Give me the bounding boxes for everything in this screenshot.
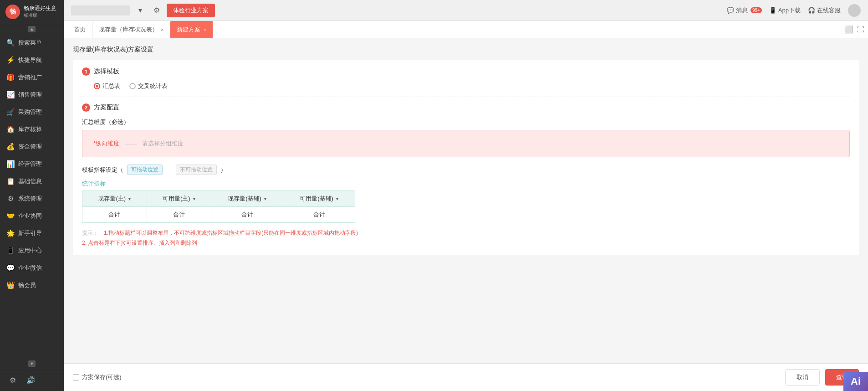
sidebar-scroll-top: ▲ [0,24,64,34]
tab-inventory-status[interactable]: 现存量（库存状况表） × [92,21,170,38]
save-option[interactable]: 方案保存(可选) [73,373,122,381]
sidebar-item-guide[interactable]: 🌟 新手引导 [0,225,64,242]
tab-new-scheme[interactable]: 新建方案 × [170,21,213,38]
col-2-dropdown-icon[interactable]: ▾ [264,196,266,201]
sidebar-item-quick-nav[interactable]: ⚡ 快捷导航 [0,51,64,69]
page-title: 现存量(库存状况表)方案设置 [73,46,859,54]
sidebar-item-app-center-label: 应用中心 [18,247,42,255]
col-2-label: 现存量(基辅) [228,195,261,203]
sidebar-item-member[interactable]: 👑 畅会员 [0,277,64,294]
tab-inventory-status-label: 现存量（库存状况表） [99,26,158,34]
customer-service-label: 在线客服 [817,6,841,15]
tab-new-scheme-close[interactable]: × [203,27,206,32]
radio-summary[interactable] [94,83,100,89]
tabs-right-actions: ⬜ ⛶ [844,25,864,34]
logo-text-wrap: 畅康通好生意 标准版 [24,5,56,19]
mobile-icon: 📱 [6,247,15,255]
sidebar-item-operation[interactable]: 📊 经营管理 [0,155,64,173]
cancel-button[interactable]: 取消 [785,369,820,386]
tabs-bar: 首页 现存量（库存状况表） × 新建方案 × ⬜ ⛶ [64,21,868,38]
handshake-icon: 🤝 [6,212,15,220]
tip-text-1: 2. 点击标题栏下拉可设置排序、插入列和删除列 [82,240,197,246]
dimension-area: *纵向维度 —— 请选择分组维度 [82,130,850,157]
lightning-icon: ⚡ [6,56,15,64]
step-divider-1 [82,97,850,97]
step1-title: 选择模板 [94,67,119,76]
topbar-search-input[interactable] [71,5,130,15]
search-icon: 🔍 [6,39,15,47]
sidebar-item-operation-label: 经营管理 [18,160,42,168]
sidebar-item-purchase[interactable]: 🛒 采购管理 [0,103,64,121]
sidebar-item-app-center[interactable]: 📱 应用中心 [0,242,64,259]
template-option-summary[interactable]: 汇总表 [94,82,120,90]
money-icon: 💰 [6,143,15,151]
vertical-dimension-label: *纵向维度 [93,139,119,148]
step1-header: 1 选择模板 [82,67,850,76]
sidebar-item-enterprise-wechat[interactable]: 💬 企业微信 [0,259,64,277]
col-3-dropdown-icon[interactable]: ▾ [336,196,338,201]
cell-1: 合计 [147,207,211,223]
sidebar-item-sales[interactable]: 📈 销售管理 [0,86,64,103]
app-download-item[interactable]: 📱 App下载 [769,6,801,15]
sidebar-settings-button[interactable]: ⚙ [6,374,19,386]
crown-icon: 👑 [6,281,15,289]
col-0-label: 现存量(主) [98,195,126,203]
col-header-1: 可用量(主) ▾ [147,191,211,207]
experience-industry-button[interactable]: 体验行业方案 [167,4,215,17]
topbar-gear-button[interactable]: ⚙ [150,4,163,17]
topbar-dropdown-button[interactable]: ▾ [134,4,147,17]
sidebar-item-purchase-label: 采购管理 [18,108,42,116]
gear-icon: ⚙ [6,195,15,203]
cell-3: 合计 [283,207,355,223]
scroll-down-button[interactable]: ▼ [28,360,36,367]
settings-card: 1 选择模板 汇总表 交叉统计表 2 方案配置 汇总维度（必选） [73,60,859,255]
sidebar-sound-button[interactable]: 🔊 [25,374,37,386]
template-option-cross[interactable]: 交叉统计表 [129,82,168,90]
user-avatar[interactable] [848,4,861,17]
sidebar-item-member-label: 畅会员 [18,281,36,289]
cell-2: 合计 [211,207,283,223]
ai-badge[interactable]: Ai [843,372,868,391]
sidebar-item-marketing[interactable]: 🎁 营销推广 [0,69,64,86]
dimension-separator: —— [125,140,137,147]
template-cross-label: 交叉统计表 [138,82,168,90]
non-draggable-chip: 不可拖动位置 [176,165,217,175]
tip-text-0: 1.拖动标题栏可以调整布局，不可跨维度或指标区域拖动栏目字段(只能在同一维度或指… [104,230,358,236]
sidebar-item-search[interactable]: 🔍 搜索菜单 [0,34,64,51]
dimension-placeholder[interactable]: 请选择分组维度 [142,139,184,148]
sidebar-scroll-bottom: ▼ [0,359,64,369]
radio-cross[interactable] [129,83,136,89]
sidebar-item-guide-label: 新手引导 [18,229,42,237]
step2-title: 方案配置 [94,103,119,112]
sidebar-item-finance[interactable]: 💰 资金管理 [0,138,64,155]
sidebar-item-basic-info[interactable]: 📋 基础信息 [0,173,64,190]
topbar: ▾ ⚙ 体验行业方案 💬 消息 99+ 📱 App下载 🎧 在线客服 [64,0,868,21]
logo-icon: 畅 [5,5,20,19]
col-header-0: 现存量(主) ▾ [82,191,147,207]
sidebar-item-enterprise-wechat-label: 企业微信 [18,264,42,272]
indicator-settings-text: 模板指标设定（ [82,166,123,174]
indicator-settings: 模板指标设定（ 可拖动位置 不可拖动位置 ） [82,165,850,175]
sidebar-item-collab[interactable]: 🤝 企业协同 [0,207,64,225]
sidebar-item-finance-label: 资金管理 [18,143,42,151]
stats-table-data-row: 合计 合计 合计 合计 [82,207,355,223]
sidebar-item-system[interactable]: ⚙ 系统管理 [0,190,64,207]
tab-expand-button[interactable]: ⛶ [857,25,864,34]
tab-inventory-status-close[interactable]: × [161,27,163,32]
col-1-dropdown-icon[interactable]: ▾ [193,196,195,201]
messages-item[interactable]: 💬 消息 99+ [727,6,762,15]
topbar-right: 💬 消息 99+ 📱 App下载 🎧 在线客服 [727,4,861,17]
content-area: 现存量(库存状况表)方案设置 1 选择模板 汇总表 交叉统计表 2 [64,38,868,363]
cart-icon: 🛒 [6,108,15,116]
customer-service-item[interactable]: 🎧 在线客服 [808,6,841,15]
footer-bar: 方案保存(可选) 取消 查询 [64,363,868,391]
house-icon: 🏠 [6,125,15,134]
step1-number: 1 [82,67,90,76]
tip-item-1: 2. 点击标题栏下拉可设置排序、插入列和删除列 [82,238,850,248]
save-checkbox[interactable] [73,374,79,381]
tab-restore-button[interactable]: ⬜ [844,25,853,34]
sidebar-item-inventory[interactable]: 🏠 库存核算 [0,121,64,138]
col-0-dropdown-icon[interactable]: ▾ [128,196,131,201]
scroll-up-button[interactable]: ▲ [28,26,36,32]
tab-home[interactable]: 首页 [67,21,92,38]
